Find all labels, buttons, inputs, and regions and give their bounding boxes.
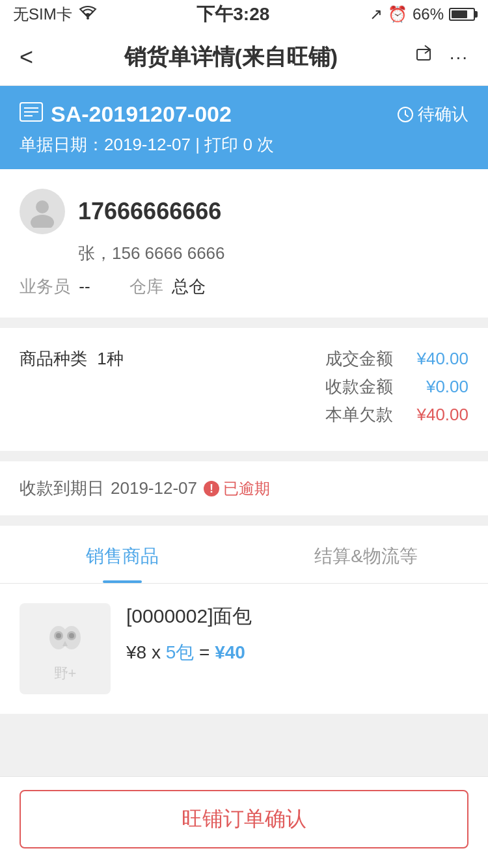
battery-percentage: 66% <box>413 5 444 23</box>
order-status-text: 待确认 <box>418 103 468 126</box>
more-button[interactable]: ··· <box>450 47 468 68</box>
brand-logo <box>39 615 91 666</box>
battery-icon <box>449 8 475 21</box>
warning-icon: ! <box>204 481 219 496</box>
tabs: 销售商品 结算&物流等 <box>0 526 488 584</box>
customer-name: 张，156 6666 6666 <box>78 242 468 265</box>
share-icon[interactable] <box>416 44 437 70</box>
confirm-button[interactable]: 旺铺订单确认 <box>20 790 468 848</box>
overdue-badge: ! 已逾期 <box>204 478 270 499</box>
order-id: SA-20191207-002 <box>20 102 232 127</box>
amount-section: 商品种类 1种 成交金额 ¥40.00 收款金额 ¥0.00 本单欠款 ¥40.… <box>0 328 488 451</box>
svg-line-9 <box>405 115 408 116</box>
overdue-text: 已逾期 <box>223 478 270 499</box>
warehouse-value: 总仓 <box>172 277 206 296</box>
product-item: 野+ [0000002]面包 ¥8 x 5包 = ¥40 <box>20 603 468 694</box>
order-icon <box>20 102 43 127</box>
nav-bar: < 销货单详情(来自旺铺) ··· <box>0 29 488 86</box>
status-time: 下午3:28 <box>197 2 269 27</box>
svg-point-17 <box>69 633 74 638</box>
receipt-amount-label: 收款金额 <box>325 375 393 398</box>
svg-point-11 <box>31 215 54 228</box>
svg-point-10 <box>36 200 49 213</box>
customer-meta: 业务员 -- 仓库 总仓 <box>20 275 468 298</box>
svg-point-16 <box>56 633 61 638</box>
warehouse-label: 仓库 <box>129 277 163 296</box>
salesperson-label: 业务员 <box>20 277 70 296</box>
tab-sales[interactable]: 销售商品 <box>0 526 244 583</box>
svg-point-0 <box>87 17 89 20</box>
order-date: 单据日期：2019-12-07 | 打印 0 次 <box>20 133 468 156</box>
due-date-label: 收款到期日 <box>20 477 104 500</box>
customer-section: 17666666666 张，156 6666 6666 业务员 -- 仓库 总仓 <box>0 169 488 318</box>
status-right: ↗ ⏰ 66% <box>370 5 475 23</box>
wifi-icon <box>79 5 97 23</box>
due-date-value: 2019-12-07 <box>111 478 197 498</box>
order-header: SA-20191207-002 待确认 单据日期：2019-12-07 | 打印… <box>0 86 488 169</box>
nav-actions: ··· <box>416 44 468 70</box>
product-name: [0000002]面包 <box>126 603 468 630</box>
due-section: 收款到期日 2019-12-07 ! 已逾期 <box>0 461 488 515</box>
salesperson-value: -- <box>79 277 90 296</box>
deal-amount-label: 成交金额 <box>325 347 393 370</box>
product-section: 野+ [0000002]面包 ¥8 x 5包 = ¥40 <box>0 584 488 714</box>
location-icon: ↗ <box>370 5 383 23</box>
product-type-value: 1种 <box>97 349 123 368</box>
product-qty: 5包 <box>166 642 195 662</box>
product-price: ¥8 x 5包 = ¥40 <box>126 640 468 665</box>
product-type-label: 商品种类 <box>20 349 87 368</box>
price-text: ¥8 x <box>126 642 166 662</box>
back-button[interactable]: < <box>20 44 46 71</box>
deal-amount-value: ¥40.00 <box>403 349 468 369</box>
nav-title: 销货单详情(来自旺铺) <box>46 42 416 72</box>
equals-text: = <box>194 642 215 662</box>
product-thumbnail: 野+ <box>20 603 111 694</box>
alarm-icon: ⏰ <box>388 5 407 23</box>
debt-amount-label: 本单欠款 <box>325 403 393 426</box>
avatar <box>20 189 65 234</box>
product-total: ¥40 <box>215 642 245 662</box>
status-bar: 无SIM卡 下午3:28 ↗ ⏰ 66% <box>0 0 488 29</box>
status-left: 无SIM卡 <box>13 4 97 25</box>
receipt-amount-value: ¥0.00 <box>403 377 468 397</box>
tab-settle[interactable]: 结算&物流等 <box>244 526 488 583</box>
bottom-bar: 旺铺订单确认 <box>0 776 488 868</box>
order-status: 待确认 <box>397 103 468 126</box>
network-label: 无SIM卡 <box>13 4 72 25</box>
debt-amount-value: ¥40.00 <box>403 405 468 425</box>
product-type: 商品种类 1种 <box>20 347 325 370</box>
amounts-right: 成交金额 ¥40.00 收款金额 ¥0.00 本单欠款 ¥40.00 <box>325 347 468 431</box>
brand-plus: 野+ <box>39 664 91 683</box>
product-info: [0000002]面包 ¥8 x 5包 = ¥40 <box>126 603 468 694</box>
customer-phone: 17666666666 <box>78 198 221 225</box>
